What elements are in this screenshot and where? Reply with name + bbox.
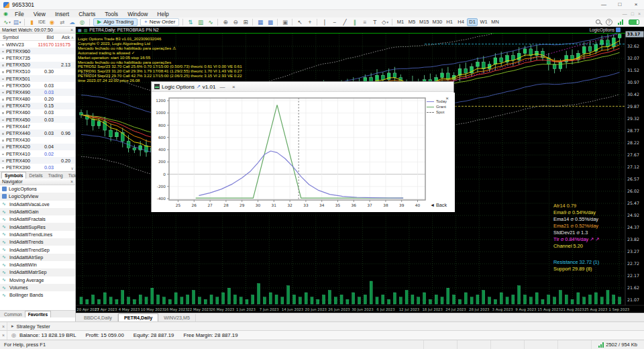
connect-icon[interactable]: ⇄: [58, 18, 66, 26]
zoom-out-icon[interactable]: ⊖: [231, 18, 239, 26]
close-icon[interactable]: ×: [70, 28, 73, 32]
horizontal-line-icon[interactable]: −: [330, 18, 339, 26]
tab-favorites[interactable]: Favorites: [25, 311, 51, 317]
navigator-item-indadattivacalove[interactable]: ∿IndAdattiVacaLove: [0, 201, 75, 208]
tab-symbols[interactable]: Symbols: [1, 172, 26, 179]
help-icon[interactable]: ?: [606, 19, 612, 26]
navigator-item-bollinger-bands[interactable]: ∿Bollinger Bands: [0, 291, 75, 299]
dialog-minimize-button[interactable]: —: [217, 84, 227, 90]
table-row[interactable]: PETRX4800.20: [0, 96, 75, 103]
table-row[interactable]: PETRX501: [0, 75, 75, 82]
screenshot-icon[interactable]: ▣: [280, 18, 289, 26]
strategy-tester-label[interactable]: Strategy Tester: [17, 323, 50, 330]
cursor-icon[interactable]: ↖: [295, 18, 304, 26]
timeframe-m30[interactable]: M30: [431, 18, 444, 26]
close-icon[interactable]: ×: [70, 179, 73, 184]
tick-arrows-icon[interactable]: ⇅: [186, 18, 195, 26]
timeframe-w1[interactable]: W1: [478, 18, 489, 26]
navigator-item-volumes[interactable]: ∿Volumes: [0, 284, 75, 291]
tab-common[interactable]: Common: [1, 311, 25, 317]
table-row[interactable]: PETRX4700.15: [0, 103, 75, 109]
objects-list-icon[interactable]: ▩: [266, 18, 274, 26]
timeframe-m15[interactable]: M15: [418, 18, 431, 26]
chart-tab-petr4-daily[interactable]: PETR4,Daily: [118, 313, 158, 321]
maximize-button[interactable]: □: [612, 0, 628, 9]
table-row[interactable]: PETRX447: [0, 123, 75, 130]
table-row[interactable]: PETRX4100.02: [0, 150, 75, 157]
trendline-icon[interactable]: ╱: [340, 18, 349, 26]
cloud-icon[interactable]: ☁: [68, 18, 76, 26]
table-row[interactable]: PETRX5100.30: [0, 68, 75, 75]
table-row[interactable]: PETRX5000.03: [0, 82, 75, 89]
close-icon[interactable]: ×: [0, 331, 7, 340]
sparkline-icon[interactable]: ∿: [206, 18, 215, 26]
table-row[interactable]: PETRX960: [0, 48, 75, 54]
navigator-item-moving-average[interactable]: ∿Moving Average: [0, 277, 75, 284]
fibo-icon[interactable]: ≡: [360, 18, 369, 26]
navigator-item-indadattitrendsep[interactable]: ∿IndAdattiTrendSep: [0, 246, 75, 253]
table-row[interactable]: PETRX4500.03: [0, 116, 75, 123]
navigator-item-indadattimatrsep[interactable]: ∿IndAdattiMatrSep: [0, 268, 75, 276]
community-icon[interactable]: ◎: [78, 18, 87, 26]
vertical-line-icon[interactable]: |: [320, 18, 329, 26]
tab-trading[interactable]: Trading: [46, 172, 66, 179]
navigator-item-logicoptview[interactable]: LogicOptView: [0, 193, 75, 200]
column-ask[interactable]: Ask: [54, 34, 70, 40]
scroll-up-icon[interactable]: ∧: [70, 35, 75, 40]
dialog-close-button[interactable]: ×: [229, 84, 238, 90]
menu-view[interactable]: View: [29, 11, 50, 17]
market-depth-icon[interactable]: ▥: [196, 18, 205, 26]
chart-type-icon[interactable]: ∿▾: [3, 18, 11, 26]
navigator-item-indadattitrends[interactable]: ∿IndAdattiTrends: [0, 238, 75, 246]
navigator-item-indadattiatrsep[interactable]: ∿IndAdattiAtrSep: [0, 254, 75, 261]
column-bid[interactable]: Bid: [34, 34, 54, 40]
menu-tools[interactable]: Tools: [100, 11, 123, 17]
search-icon[interactable]: [596, 19, 600, 24]
table-row[interactable]: PETRX4900.03: [0, 89, 75, 95]
indicators-icon[interactable]: ▦: [256, 18, 264, 26]
lock-icon[interactable]: ◉: [48, 18, 56, 26]
navigator-item-indadattiwin[interactable]: ∿IndAdattiWin: [0, 261, 75, 268]
child-close-button[interactable]: ×: [638, 11, 641, 16]
timeframe-mn[interactable]: MN: [490, 18, 500, 26]
timeframe-h4[interactable]: H4: [455, 18, 466, 26]
tab-details[interactable]: Details: [26, 172, 45, 179]
algo-trading-button[interactable]: ▶Algo Trading: [93, 18, 138, 26]
table-row[interactable]: PETRX4600.03: [0, 109, 75, 116]
dialog-titlebar[interactable]: Logic Options ↗ v1.01 — ×: [152, 82, 453, 92]
child-restore-button[interactable]: □: [631, 11, 634, 16]
timeframe-m1[interactable]: M1: [395, 18, 406, 26]
navigator-item-logicoptions[interactable]: LogicOptions: [0, 185, 75, 193]
table-row[interactable]: PETRX735: [0, 54, 75, 61]
zoom-in-icon[interactable]: ⊕: [221, 18, 229, 26]
new-order-button[interactable]: +New Order: [140, 18, 179, 26]
chart-tab-winv23-m5[interactable]: WINV23,M5: [158, 314, 196, 321]
chart-template-icon[interactable]: ▤▾: [13, 18, 21, 26]
timeframe-h1[interactable]: H1: [444, 18, 455, 26]
scroll-down-icon[interactable]: ∨: [71, 166, 74, 170]
navigator-item-indadattifractals[interactable]: ∿IndAdattiFractals: [0, 215, 75, 223]
ea-icon[interactable]: [616, 28, 621, 32]
navigator-item-indadattisupres[interactable]: ∿IndAdattiSupRes: [0, 223, 75, 230]
timeframe-m5[interactable]: M5: [407, 18, 417, 26]
table-row[interactable]: PETRX3900.03: [0, 164, 75, 170]
navigator-item-indadattitrendlines[interactable]: ∿IndAdattiTrendLines: [0, 231, 75, 238]
table-row[interactable]: PETRX5202.13: [0, 62, 75, 68]
market-watch-columns[interactable]: Symbol Bid Ask ∧: [0, 34, 75, 41]
menu-help[interactable]: Help: [152, 11, 173, 17]
table-row[interactable]: PETRX4400.030.96: [0, 130, 75, 136]
table-row[interactable]: WINV23119170119175: [0, 41, 75, 48]
ide-icon[interactable]: IDE: [38, 18, 46, 26]
menu-window[interactable]: Window: [123, 11, 152, 17]
menu-charts[interactable]: Charts: [74, 11, 100, 17]
close-button[interactable]: ×: [628, 0, 644, 9]
menu-insert[interactable]: Insert: [50, 11, 74, 17]
column-symbol[interactable]: Symbol: [0, 34, 34, 40]
channel-icon[interactable]: ∥: [350, 18, 359, 26]
tile-windows-icon[interactable]: ⊞: [241, 18, 250, 26]
close-icon[interactable]: ×: [0, 322, 7, 330]
back-button[interactable]: ◄ Back: [430, 202, 447, 208]
text-icon[interactable]: T: [370, 18, 379, 26]
chart-close-icon[interactable]: ×: [445, 95, 449, 101]
shapes-icon[interactable]: ◇▾: [380, 18, 389, 26]
